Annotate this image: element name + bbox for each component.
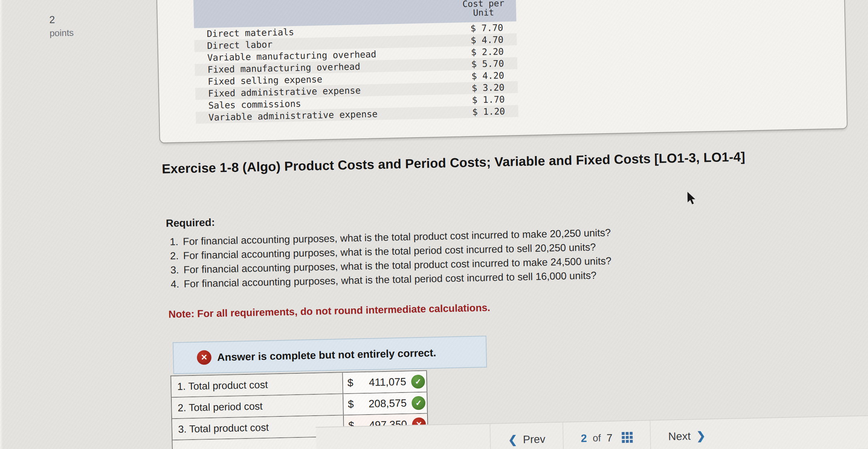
page-total: 7 <box>606 432 613 444</box>
question-map-icon[interactable] <box>622 432 633 443</box>
page-indicator: 2 of 7 <box>562 421 650 449</box>
cost-table: Direct materials $ 7.70 Direct labor $ 4… <box>194 21 518 124</box>
feedback-banner: ✕ Answer is complete but not entirely co… <box>173 336 487 374</box>
chevron-right-icon: ❯ <box>696 430 706 441</box>
question-number: 2. <box>170 250 183 262</box>
question-list: 1. For financial accounting purposes, wh… <box>170 226 612 291</box>
cost-value: $ 2.20 <box>471 46 504 58</box>
mouse-cursor-icon <box>687 191 697 206</box>
answer-input-cell[interactable]: $ 411,075 ✓ <box>343 371 427 393</box>
page-of-label: of <box>593 432 601 444</box>
answer-input-cell[interactable]: $ 208,575 ✓ <box>343 392 428 415</box>
currency-symbol: $ <box>343 398 354 411</box>
question-card: Average Cost per Unit Direct materials $… <box>156 0 848 143</box>
prev-label: Prev <box>523 433 545 446</box>
page-title: Exercise 1-8 (Algo) Product Costs and Pe… <box>162 148 806 176</box>
next-label: Next <box>668 430 690 442</box>
cost-value: $ 4.20 <box>471 70 504 81</box>
question-number: 4. <box>171 278 184 290</box>
screen-edge-glare <box>0 0 3 449</box>
pager-spacer <box>316 424 491 449</box>
cost-label: Variable administrative expense <box>196 109 377 123</box>
cost-table-header-text: Average Cost per Unit <box>440 0 527 18</box>
note-text: Note: For all requirements, do not round… <box>168 302 491 320</box>
cost-label: Fixed selling expense <box>195 74 322 87</box>
next-button[interactable]: Next ❯ <box>650 419 723 449</box>
feedback-message: Answer is complete but not entirely corr… <box>217 347 436 363</box>
required-heading: Required: <box>166 217 215 230</box>
points-label: points <box>49 27 74 38</box>
cost-value: $ 4.70 <box>471 34 504 46</box>
check-circle-icon: ✓ <box>412 396 426 410</box>
cost-value: $ 5.70 <box>471 58 504 70</box>
page-content: 2 points Average Cost per Unit Direct ma… <box>0 0 868 449</box>
question-number: 1. <box>170 236 183 248</box>
answer-row-label: 1. Total product cost <box>171 373 343 397</box>
chevron-left-icon: ❮ <box>508 434 517 445</box>
answer-row-label: 2. Total period cost <box>172 394 344 418</box>
question-number: 3. <box>170 264 184 276</box>
check-circle-icon: ✓ <box>411 374 425 389</box>
prev-button[interactable]: ❮ Prev <box>490 423 563 449</box>
cost-value: $ 3.20 <box>472 82 505 93</box>
points-value: 2 <box>49 14 74 25</box>
currency-symbol: $ <box>343 377 354 389</box>
answer-amount: 208,575 <box>368 397 406 410</box>
header-line: Unit <box>440 7 527 18</box>
x-circle-icon: ✕ <box>197 350 212 365</box>
cost-label: Direct labor <box>194 39 272 51</box>
screen-photo: 2 points Average Cost per Unit Direct ma… <box>0 0 868 449</box>
cost-label: Direct materials <box>194 27 294 39</box>
cost-label: Sales commissions <box>196 98 301 111</box>
cost-value: $ 1.20 <box>472 106 505 117</box>
answer-amount: 411,075 <box>369 376 406 389</box>
points-indicator: 2 points <box>49 14 74 38</box>
cost-value: $ 7.70 <box>470 22 503 34</box>
grid-squares <box>622 432 625 435</box>
cost-value: $ 1.70 <box>472 94 505 105</box>
page-current: 2 <box>581 432 587 444</box>
